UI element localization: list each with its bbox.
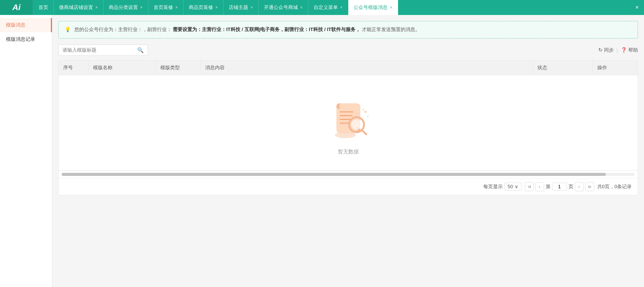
- th-content: 消息内容: [201, 61, 533, 75]
- per-page-label: 每页显示: [483, 183, 503, 190]
- tab-category-settings-label: 商品分类设置: [109, 4, 138, 11]
- chevron-down-icon: ∨: [515, 184, 518, 189]
- tab-shop-settings-label: 微商城店铺设置: [59, 4, 93, 11]
- scroll-bar[interactable]: [62, 173, 635, 176]
- tab-product-decoration[interactable]: 商品页装修 ×: [184, 0, 224, 15]
- sync-label: 同步: [604, 47, 614, 54]
- svg-line-7: [362, 130, 366, 134]
- per-page-value: 50: [508, 184, 513, 189]
- pagination: 每页显示 50 ∨ ⊲ ‹ 第 页: [59, 178, 638, 195]
- page-nav: ⊲ ‹ 第 页 › ⊳: [525, 182, 594, 191]
- svg-point-6: [351, 119, 362, 130]
- tab-open-mall-label: 开通公众号商城: [264, 4, 298, 11]
- empty-text: 暂无数据: [338, 149, 359, 155]
- empty-state: 暂无数据: [59, 75, 638, 170]
- sidebar: 模版消息 模版消息记录: [0, 15, 52, 287]
- th-name: 模版名称: [89, 61, 156, 75]
- notice-suffix: 才能正常发送预置的消息。: [362, 27, 420, 32]
- main-layout: 模版消息 模版消息记录 💡 您的公众号行业为：主营行业：，副营行业： 需要设置为…: [0, 15, 644, 287]
- close-all-button[interactable]: ×: [630, 0, 644, 15]
- page-last-button[interactable]: ⊳: [585, 182, 594, 191]
- th-type: 模版类型: [156, 61, 201, 75]
- tab-home-label: 首页: [38, 4, 48, 11]
- svg-point-10: [363, 109, 364, 110]
- actions-divider: |: [617, 47, 618, 53]
- tab-shop-settings-close[interactable]: ×: [95, 5, 98, 10]
- tab-home[interactable]: 首页: [33, 0, 54, 15]
- data-table: 序号 模版名称 模版类型 消息内容 状态 操作: [58, 60, 638, 195]
- page-prev-button[interactable]: ‹: [535, 182, 544, 191]
- help-button[interactable]: ❓ 帮助: [621, 47, 638, 54]
- page-size-box[interactable]: 50 ∨: [504, 183, 521, 190]
- tab-home-decoration-close[interactable]: ×: [175, 5, 178, 10]
- page-unit: 页: [568, 183, 573, 190]
- svg-point-8: [364, 111, 367, 113]
- tab-category-settings-close[interactable]: ×: [140, 5, 143, 10]
- tab-bar: Ai 首页 微商城店铺设置 × 商品分类设置 × 首页装修 × 商品页装修 × …: [0, 0, 644, 15]
- sync-button[interactable]: ↻ 同步: [598, 47, 614, 54]
- page-size-select: 每页显示 50 ∨: [483, 183, 521, 190]
- notice-prefix: 您的公众号行业为：主营行业：，副营行业：: [74, 27, 172, 32]
- logo: Ai: [0, 0, 33, 15]
- tab-home-decoration-label: 首页装修: [154, 4, 173, 11]
- scroll-bar-area: [59, 170, 638, 178]
- tab-template-message-label: 公众号模版消息: [354, 4, 388, 11]
- prev-page-icon: ‹: [539, 184, 540, 189]
- tab-open-mall[interactable]: 开通公众号商城 ×: [259, 0, 308, 15]
- th-actions: 操作: [593, 61, 638, 75]
- page-total: 共0页，0条记录: [597, 183, 632, 190]
- sidebar-item-template-message-log-label: 模版消息记录: [6, 36, 35, 42]
- tab-home-decoration[interactable]: 首页装修 ×: [148, 0, 184, 15]
- tab-product-decoration-close[interactable]: ×: [215, 5, 218, 10]
- page-next-button[interactable]: ›: [575, 182, 584, 191]
- search-input-wrap: 🔍: [58, 45, 148, 56]
- content-area: 💡 您的公众号行业为：主营行业：，副营行业： 需要设置为：主营行业：IT科技 /…: [52, 15, 644, 287]
- tab-shop-theme-label: 店铺主题: [229, 4, 248, 11]
- search-actions: ↻ 同步 | ❓ 帮助: [598, 47, 638, 54]
- search-button[interactable]: 🔍: [133, 45, 147, 55]
- tab-custom-menu-close[interactable]: ×: [340, 5, 343, 10]
- tab-shop-theme-close[interactable]: ×: [250, 5, 253, 10]
- tab-template-message[interactable]: 公众号模版消息 ×: [348, 0, 398, 15]
- help-label: 帮助: [628, 47, 638, 54]
- svg-point-9: [367, 116, 369, 117]
- first-page-icon: ⊲: [527, 184, 531, 189]
- scroll-thumb[interactable]: [62, 173, 606, 176]
- sidebar-item-template-message-label: 模版消息: [6, 22, 25, 28]
- page-input[interactable]: [552, 183, 567, 190]
- tab-category-settings[interactable]: 商品分类设置 ×: [104, 0, 148, 15]
- tab-custom-menu-label: 自定义菜单: [314, 4, 338, 11]
- tab-shop-theme[interactable]: 店铺主题 ×: [224, 0, 259, 15]
- tab-template-message-close[interactable]: ×: [390, 5, 392, 10]
- page-label: 第: [546, 183, 551, 190]
- tab-product-decoration-label: 商品页装修: [189, 4, 213, 11]
- search-bar: 🔍 ↻ 同步 | ❓ 帮助: [58, 45, 638, 56]
- sync-icon: ↻: [598, 47, 603, 53]
- notice-highlight: 需要设置为：主营行业：IT科技 / 互联网|电子商务，副营行业：IT科技 / I…: [173, 27, 360, 32]
- search-input[interactable]: [59, 45, 133, 55]
- next-page-icon: ›: [579, 184, 580, 189]
- sidebar-item-template-message-log[interactable]: 模版消息记录: [0, 32, 52, 46]
- tab-custom-menu[interactable]: 自定义菜单 ×: [308, 0, 348, 15]
- th-seq: 序号: [59, 61, 89, 75]
- empty-illustration: [326, 98, 371, 143]
- logo-text: Ai: [12, 3, 21, 12]
- help-icon: ❓: [621, 47, 627, 53]
- last-page-icon: ⊳: [588, 184, 592, 189]
- page-first-button[interactable]: ⊲: [525, 182, 534, 191]
- notice-icon: 💡: [65, 27, 71, 32]
- tab-open-mall-close[interactable]: ×: [300, 5, 303, 10]
- table-header: 序号 模版名称 模版类型 消息内容 状态 操作: [59, 61, 638, 75]
- th-status: 状态: [533, 61, 593, 75]
- sidebar-item-template-message[interactable]: 模版消息: [0, 18, 52, 32]
- notice-banner: 💡 您的公众号行业为：主营行业：，副营行业： 需要设置为：主营行业：IT科技 /…: [58, 21, 638, 39]
- tab-shop-settings[interactable]: 微商城店铺设置 ×: [54, 0, 104, 15]
